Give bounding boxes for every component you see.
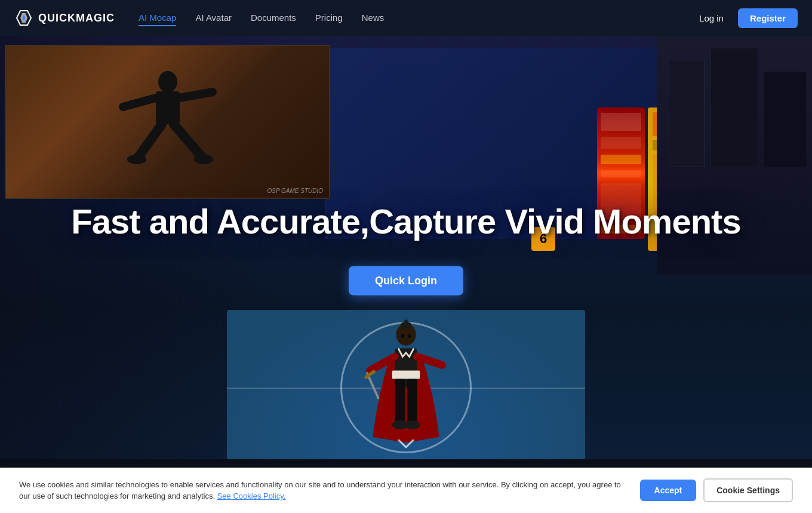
- samurai-svg: [358, 304, 454, 459]
- nav-ai-avatar[interactable]: AI Avatar: [195, 10, 232, 26]
- video-preview-inner: OSP GAME STUDIO: [6, 46, 329, 198]
- video-watermark: OSP GAME STUDIO: [267, 188, 323, 194]
- martial-artist-figure: [108, 65, 227, 179]
- svg-point-3: [158, 71, 177, 93]
- video-preview: OSP GAME STUDIO: [5, 45, 330, 199]
- samurai-character: [346, 280, 466, 459]
- nav-pricing[interactable]: Pricing: [315, 10, 343, 26]
- cookie-settings-button[interactable]: Cookie Settings: [703, 478, 793, 502]
- hero-section: LABEL CITY: [0, 0, 812, 513]
- svg-rect-19: [404, 320, 408, 326]
- svg-line-6: [180, 92, 213, 98]
- svg-rect-14: [407, 379, 417, 423]
- scroll-chevron-icon: [398, 438, 414, 450]
- logo-text: QuickMagic: [38, 12, 115, 24]
- login-button[interactable]: Log in: [692, 10, 731, 27]
- nav-links: AI Mocap AI Avatar Documents Pricing New…: [139, 10, 692, 26]
- nav-actions: Log in Register: [692, 8, 798, 28]
- register-button[interactable]: Register: [738, 8, 798, 28]
- svg-point-24: [401, 334, 405, 339]
- svg-rect-12: [392, 370, 420, 379]
- nav-ai-mocap[interactable]: AI Mocap: [139, 10, 176, 26]
- cookie-text-content: We use cookies and similar technologies …: [19, 480, 621, 501]
- svg-line-7: [138, 124, 162, 158]
- svg-line-8: [174, 124, 202, 158]
- nav-documents[interactable]: Documents: [251, 10, 296, 26]
- cookie-banner: We use cookies and similar technologies …: [0, 468, 812, 513]
- logo-icon: [14, 8, 33, 27]
- scroll-indicator[interactable]: [398, 437, 414, 453]
- svg-point-9: [127, 155, 146, 164]
- nav-news[interactable]: News: [362, 10, 385, 26]
- svg-line-5: [123, 98, 156, 107]
- svg-point-25: [408, 334, 411, 339]
- logo[interactable]: QuickMagic: [14, 8, 115, 27]
- svg-rect-13: [395, 379, 405, 423]
- hero-cta-container: Quick Login: [349, 266, 463, 295]
- navbar: QuickMagic AI Mocap AI Avatar Documents …: [0, 0, 812, 36]
- hero-headline: Fast and Accurate,Capture Vivid Moments: [71, 201, 740, 241]
- svg-point-10: [194, 155, 213, 164]
- quick-login-button[interactable]: Quick Login: [349, 266, 463, 295]
- cookie-policy-link[interactable]: See Cookies Policy.: [217, 492, 286, 500]
- svg-point-16: [404, 420, 420, 429]
- cookie-text: We use cookies and similar technologies …: [19, 479, 626, 502]
- cookie-actions: Accept Cookie Settings: [640, 478, 793, 502]
- accept-button[interactable]: Accept: [640, 480, 697, 501]
